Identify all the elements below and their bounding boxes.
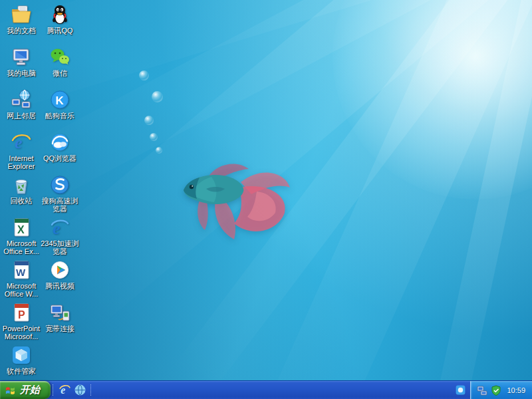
desktop-icon-recycle-bin[interactable]: 回收站 xyxy=(0,174,43,217)
bubble xyxy=(152,91,163,102)
system-tray: 10:59 xyxy=(470,381,532,399)
tencent-video-icon xyxy=(49,259,70,281)
desktop-icon-label: 软件管家 xyxy=(7,367,36,375)
desktop-icon-word[interactable]: WMicrosoft Office W... xyxy=(0,259,43,302)
desktop-icon-qq[interactable]: 腾讯QQ xyxy=(39,4,81,47)
desktop-icon-label: 2345加速浏览器 xyxy=(39,239,81,255)
light-ray xyxy=(369,0,532,380)
desktop-icon-wechat[interactable]: 微信 xyxy=(39,47,81,89)
tray-icons xyxy=(477,385,501,396)
desktop-icon-qq-browser[interactable]: QQ浏览器 xyxy=(39,132,81,174)
svg-text:W: W xyxy=(16,267,26,278)
taskbar-buttons-area xyxy=(94,381,451,399)
quick-launch-bar: e xyxy=(57,381,88,399)
bubble xyxy=(150,133,158,141)
desktop-icon-label: 微信 xyxy=(53,69,67,77)
excel-icon: X xyxy=(11,217,32,238)
desktop-icon-label: 网上邻居 xyxy=(7,112,36,120)
software-manager-icon xyxy=(11,344,32,366)
qq-icon xyxy=(49,4,70,25)
network-tray-icon[interactable] xyxy=(477,385,487,396)
bubble xyxy=(139,70,149,80)
desktop-icon-label: 我的文档 xyxy=(7,27,36,35)
ie-quick-launch[interactable]: e xyxy=(59,384,71,396)
desktop-icon-label: 酷狗音乐 xyxy=(45,112,74,120)
qq-browser-icon xyxy=(49,132,70,153)
quick-launch-grip[interactable] xyxy=(53,384,55,396)
taskbar-app-icon[interactable] xyxy=(451,381,470,399)
windows-xp-desktop: 我的文档我的电脑网上邻居eInternet Explorer回收站XMicros… xyxy=(0,0,532,399)
desktop-icons-column-1: 我的文档我的电脑网上邻居eInternet Explorer回收站XMicros… xyxy=(0,4,43,380)
desktop-icon-label: Microsoft Office W... xyxy=(0,282,43,298)
desktop: 我的文档我的电脑网上邻居eInternet Explorer回收站XMicros… xyxy=(0,0,532,380)
browser-2345-icon: e xyxy=(49,217,70,238)
svg-text:K: K xyxy=(56,94,65,107)
powerpoint-icon: P xyxy=(11,302,32,323)
desktop-icon-network-places[interactable]: 网上邻居 xyxy=(0,89,43,132)
security-tray-icon[interactable] xyxy=(491,385,501,396)
desktop-icon-label: 腾讯QQ xyxy=(47,27,72,35)
desktop-icon-label: 搜狗高速浏览器 xyxy=(39,197,81,213)
clock[interactable]: 10:59 xyxy=(507,386,525,394)
desktop-icon-label: 我的电脑 xyxy=(7,69,36,77)
desktop-icon-my-computer[interactable]: 我的电脑 xyxy=(0,47,43,89)
desktop-icon-broadband-connection[interactable]: 宽带连接 xyxy=(39,302,81,344)
desktop-icon-label: 腾讯视频 xyxy=(45,282,74,290)
kugou-music-icon: K xyxy=(49,89,70,110)
desktop-icon-label: 宽带连接 xyxy=(45,325,74,332)
recycle-bin-icon xyxy=(11,174,32,196)
desktop-icons-column-2: 腾讯QQ微信K酷狗音乐QQ浏览器搜狗高速浏览器e2345加速浏览器腾讯视频宽带连… xyxy=(39,4,81,344)
desktop-icon-label: PowerPoint Microsof... xyxy=(0,325,43,340)
desktop-icon-kugou-music[interactable]: K酷狗音乐 xyxy=(39,89,81,132)
desktop-icon-browser-2345[interactable]: e2345加速浏览器 xyxy=(39,217,81,259)
word-icon: W xyxy=(11,259,32,281)
desktop-icon-excel[interactable]: XMicrosoft Office Ex... xyxy=(0,217,43,259)
wechat-icon xyxy=(49,47,70,68)
desktop-icon-label: 回收站 xyxy=(11,197,33,205)
betta-fish-wallpaper xyxy=(177,149,294,243)
browser-quick-launch[interactable] xyxy=(74,384,86,396)
svg-text:X: X xyxy=(17,224,25,235)
bubble xyxy=(156,147,162,154)
sogou-browser-icon xyxy=(49,174,70,196)
my-computer-icon xyxy=(11,47,32,68)
desktop-icon-my-documents[interactable]: 我的文档 xyxy=(0,4,43,47)
desktop-icon-software-manager[interactable]: 软件管家 xyxy=(0,344,43,380)
desktop-icon-label: Internet Explorer xyxy=(0,154,43,170)
internet-explorer-icon: e xyxy=(11,132,32,153)
start-button-label: 开始 xyxy=(20,384,40,396)
desktop-icon-tencent-video[interactable]: 腾讯视频 xyxy=(39,259,81,302)
network-places-icon xyxy=(11,89,32,110)
start-button[interactable]: 开始 xyxy=(0,381,51,399)
taskbar-grip[interactable] xyxy=(90,384,92,396)
my-documents-icon xyxy=(11,4,32,25)
taskbar: 开始 e 10:59 xyxy=(0,380,532,399)
desktop-icon-sogou-browser[interactable]: 搜狗高速浏览器 xyxy=(39,174,81,217)
windows-logo-icon xyxy=(5,384,17,396)
desktop-icon-label: Microsoft Office Ex... xyxy=(0,239,43,255)
sunlight-glow xyxy=(332,0,532,200)
desktop-icon-powerpoint[interactable]: PPowerPoint Microsof... xyxy=(0,302,43,344)
desktop-icon-internet-explorer[interactable]: eInternet Explorer xyxy=(0,132,43,174)
svg-text:P: P xyxy=(18,309,25,321)
bubble xyxy=(144,116,154,125)
desktop-icon-label: QQ浏览器 xyxy=(43,154,76,162)
broadband-connection-icon xyxy=(49,302,70,323)
